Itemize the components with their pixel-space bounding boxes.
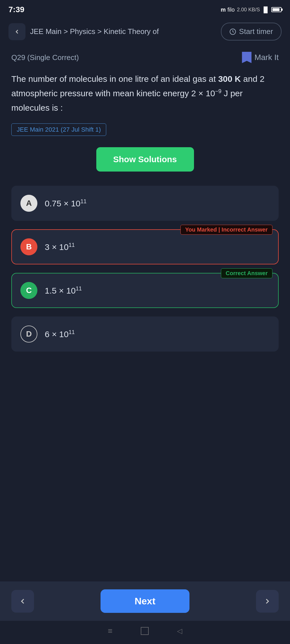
battery-icon (271, 7, 282, 12)
signal-icon: ▐▌ (262, 7, 270, 13)
option-circle-b: B (20, 238, 37, 255)
question-label: Q29 (Single Correct) (11, 53, 79, 62)
option-card-a[interactable]: A 0.75 × 1011 (11, 186, 279, 221)
app-icons: m filo (221, 7, 234, 13)
timer-label: Start timer (239, 27, 273, 36)
bottom-nav: Next (0, 581, 290, 621)
mark-it-label: Mark It (254, 53, 279, 62)
bookmark-icon (242, 52, 251, 63)
filo-label: filo (227, 7, 235, 13)
back-nav-icon: ◁ (177, 627, 182, 635)
question-header: Q29 (Single Correct) Mark It (11, 52, 279, 63)
next-button[interactable]: Next (101, 589, 189, 613)
option-card-b[interactable]: You Marked | Incorrect Answer B 3 × 1011 (11, 229, 279, 264)
breadcrumb: JEE Main > Physics > Kinetic Theory of (30, 27, 159, 36)
network-speed: 2.00 KB/S (237, 7, 260, 13)
question-text: The number of molecules in one litre of … (11, 72, 279, 115)
clock-icon (229, 28, 236, 35)
system-nav: ≡ ◁ (0, 621, 290, 644)
correct-badge: Correct Answer (221, 268, 272, 278)
option-circle-a: A (20, 195, 37, 212)
start-timer-button[interactable]: Start timer (221, 23, 282, 40)
option-card-c[interactable]: Correct Answer C 1.5 × 1011 (11, 273, 279, 308)
forward-button[interactable] (256, 590, 279, 613)
question-tag: JEE Main 2021 (27 Jul Shift 1) (11, 123, 106, 136)
mark-it-button[interactable]: Mark It (242, 52, 279, 63)
status-bar: 7:39 m filo 2.00 KB/S ▐▌ (0, 0, 290, 17)
option-circle-d: D (20, 326, 37, 343)
option-card-d[interactable]: D 6 × 1011 (11, 316, 279, 352)
home-icon (141, 627, 149, 635)
menu-icon: ≡ (108, 626, 112, 636)
incorrect-badge: You Marked | Incorrect Answer (180, 225, 272, 235)
chevron-right-icon (263, 597, 272, 606)
main-content: Q29 (Single Correct) Mark It The number … (0, 46, 290, 581)
header-nav: JEE Main > Physics > Kinetic Theory of S… (0, 17, 290, 46)
option-circle-c: C (20, 282, 37, 299)
chevron-left-icon (14, 28, 20, 35)
option-text-a: 0.75 × 1011 (45, 198, 87, 208)
network-icons: 2.00 KB/S ▐▌ (237, 7, 282, 13)
status-time: 7:39 (8, 5, 24, 14)
nav-left: JEE Main > Physics > Kinetic Theory of (8, 23, 159, 40)
show-solutions-button[interactable]: Show Solutions (96, 147, 194, 172)
option-text-d: 6 × 1011 (45, 329, 75, 339)
option-text-b: 3 × 1011 (45, 242, 75, 252)
chevron-left-icon (18, 597, 27, 606)
prev-button[interactable] (11, 590, 34, 613)
m-icon: m (221, 7, 226, 13)
back-button[interactable] (8, 23, 25, 40)
status-right: m filo 2.00 KB/S ▐▌ (221, 7, 282, 13)
option-text-c: 1.5 × 1011 (45, 285, 82, 296)
